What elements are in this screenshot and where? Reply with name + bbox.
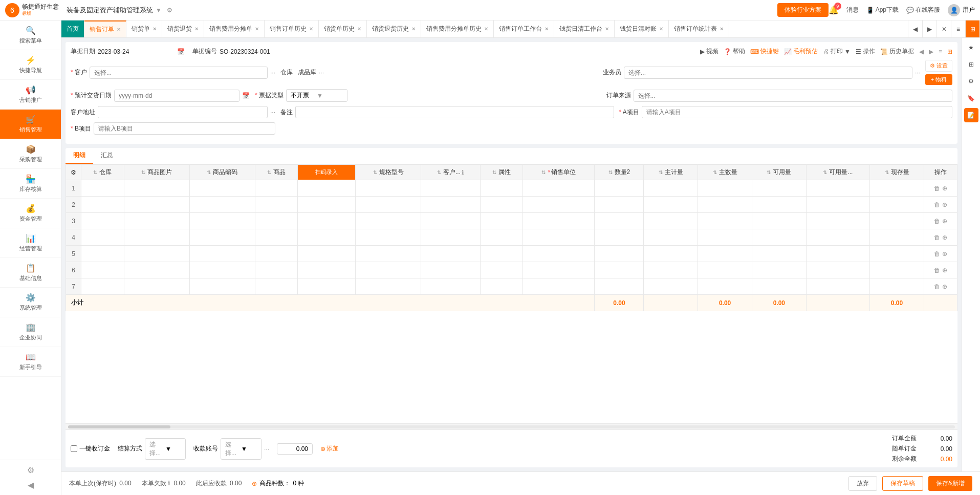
row-6-copy-icon[interactable]: ⊕	[942, 267, 947, 274]
row-3-copy-icon[interactable]: ⊕	[942, 218, 947, 225]
tab-sales-order[interactable]: 销售订单 ✕	[84, 20, 126, 38]
right-panel-icon-3[interactable]: ⚙	[964, 74, 978, 89]
list-view-icon[interactable]: ≡	[939, 48, 942, 55]
right-panel-icon-5[interactable]: 📝	[964, 108, 978, 122]
product-image-sort-icon[interactable]: ⇅	[141, 169, 145, 175]
delivery-date-input[interactable]	[114, 90, 239, 102]
product-code-sort-icon[interactable]: ⇅	[207, 169, 211, 175]
staff-input[interactable]	[624, 67, 912, 79]
row-6-attribute[interactable]	[480, 262, 523, 278]
row-7-qty2[interactable]	[595, 278, 644, 295]
row-6-customer-code[interactable]	[421, 262, 480, 278]
current-stock-sort-icon[interactable]: ⇅	[885, 169, 889, 175]
row-2-delete-icon[interactable]: 🗑	[934, 201, 940, 208]
available2-sort-icon[interactable]: ⇅	[823, 169, 827, 175]
row-1-warehouse[interactable]	[81, 180, 124, 197]
row-7-attribute[interactable]	[480, 278, 523, 295]
row-6-main-unit[interactable]	[644, 262, 698, 278]
main-qty-sort-icon[interactable]: ⇅	[713, 169, 717, 175]
row-1-copy-icon[interactable]: ⊕	[942, 185, 947, 192]
sidebar-item-operations[interactable]: 📊 经营管理	[0, 228, 61, 258]
view-btn[interactable]: ▶ 视频	[700, 47, 718, 56]
notes-input[interactable]	[295, 106, 614, 118]
system-title-arrow[interactable]: ▼	[156, 7, 162, 14]
attribute-sort-icon[interactable]: ⇅	[492, 169, 496, 175]
row-2-current-stock[interactable]	[870, 197, 924, 213]
row-3-spec[interactable]	[356, 213, 421, 229]
row-1-current-stock[interactable]	[870, 180, 924, 197]
row-7-product[interactable]	[255, 278, 298, 295]
row-3-current-stock[interactable]	[870, 213, 924, 229]
row-5-current-stock[interactable]	[870, 246, 924, 262]
payment-method-select[interactable]: 选择... ▼	[145, 438, 186, 460]
info-icon[interactable]: ℹ	[168, 480, 170, 487]
account-dots[interactable]: ···	[264, 445, 269, 453]
settings-icon[interactable]: ⚙	[167, 7, 172, 14]
row-2-sales-unit[interactable]	[523, 197, 595, 213]
row-2-product[interactable]	[255, 197, 298, 213]
row-5-product[interactable]	[255, 246, 298, 262]
row-3-available2[interactable]	[806, 213, 869, 229]
tab-sales-summary[interactable]: 销售订单统计表 ✕	[669, 20, 729, 38]
tab-invoice-history[interactable]: 销货单历史 ✕	[319, 20, 367, 38]
row-4-available[interactable]	[752, 229, 806, 246]
address-dots[interactable]: ···	[270, 109, 275, 116]
row-5-qty2[interactable]	[595, 246, 644, 262]
address-input[interactable]	[98, 106, 268, 118]
tab-close-cash-daily[interactable]: ✕	[605, 26, 609, 32]
row-2-qty2[interactable]	[595, 197, 644, 213]
operations-btn[interactable]: ☰ 操作	[856, 47, 875, 56]
row-1-qty2[interactable]	[595, 180, 644, 197]
customer-input[interactable]	[90, 67, 268, 79]
row-1-customer-code[interactable]	[421, 180, 480, 197]
tab-close-fee-split[interactable]: ✕	[255, 26, 259, 32]
row-7-available2[interactable]	[806, 278, 869, 295]
tab-grid-btn[interactable]: ⊞	[966, 20, 980, 38]
row-6-spec[interactable]	[356, 262, 421, 278]
row-2-available2[interactable]	[806, 197, 869, 213]
sidebar-item-search[interactable]: 🔍 搜索菜单	[0, 20, 61, 50]
row-1-main-unit[interactable]	[644, 180, 698, 197]
sidebar-collapse-icon[interactable]: ◀	[28, 480, 34, 490]
row-2-warehouse[interactable]	[81, 197, 124, 213]
row-5-warehouse[interactable]	[81, 246, 124, 262]
scrollbar-area[interactable]	[66, 423, 957, 429]
tab-summary[interactable]: 汇总	[93, 148, 121, 164]
row-1-scan[interactable]	[298, 180, 356, 197]
sidebar-item-purchase[interactable]: 📦 采购管理	[0, 139, 61, 169]
row-3-warehouse[interactable]	[81, 213, 124, 229]
sidebar-item-inventory[interactable]: 🏪 库存核算	[0, 169, 61, 199]
row-6-delete-icon[interactable]: 🗑	[934, 267, 940, 274]
row-5-attribute[interactable]	[480, 246, 523, 262]
scan-btn[interactable]: 扫码录入	[312, 167, 341, 177]
row-5-scan[interactable]	[298, 246, 356, 262]
grid-view-icon[interactable]: ⊞	[947, 48, 952, 55]
tab-prev-btn[interactable]: ◀	[908, 20, 923, 38]
tab-close-cash-reconcile[interactable]: ✕	[659, 26, 663, 32]
row-1-main-qty[interactable]	[698, 180, 752, 197]
row-5-available2[interactable]	[806, 246, 869, 262]
tab-close-sales-return[interactable]: ✕	[153, 26, 157, 32]
save-new-btn[interactable]: 保存&新增	[928, 476, 972, 491]
profit-btn[interactable]: 📈 毛利预估	[784, 47, 818, 56]
tab-fee-split-history[interactable]: 销售费用分摊单历史 ✕	[421, 20, 494, 38]
tab-return-history[interactable]: 销货退货历史 ✕	[367, 20, 421, 38]
customer-dots[interactable]: ···	[270, 69, 275, 76]
row-7-sales-unit[interactable]	[523, 278, 595, 295]
a-project-input[interactable]	[642, 106, 952, 118]
row-6-current-stock[interactable]	[870, 262, 924, 278]
row-1-product-code[interactable]	[189, 180, 255, 197]
tab-close-fee-split-history[interactable]: ✕	[484, 26, 488, 32]
row-3-available[interactable]	[752, 213, 806, 229]
row-4-available2[interactable]	[806, 229, 869, 246]
tab-close-sales-order[interactable]: ✕	[117, 27, 121, 32]
tab-close-order-history[interactable]: ✕	[309, 26, 313, 32]
row-7-product-image[interactable]	[124, 278, 189, 295]
row-6-sales-unit[interactable]	[523, 262, 595, 278]
row-2-customer-code[interactable]	[421, 197, 480, 213]
tab-close-return-goods[interactable]: ✕	[194, 26, 199, 32]
notification-icon[interactable]: 🔔 9	[829, 5, 839, 15]
tab-close-invoice-history[interactable]: ✕	[357, 26, 361, 32]
row-1-product[interactable]	[255, 180, 298, 197]
row-3-product-image[interactable]	[124, 213, 189, 229]
